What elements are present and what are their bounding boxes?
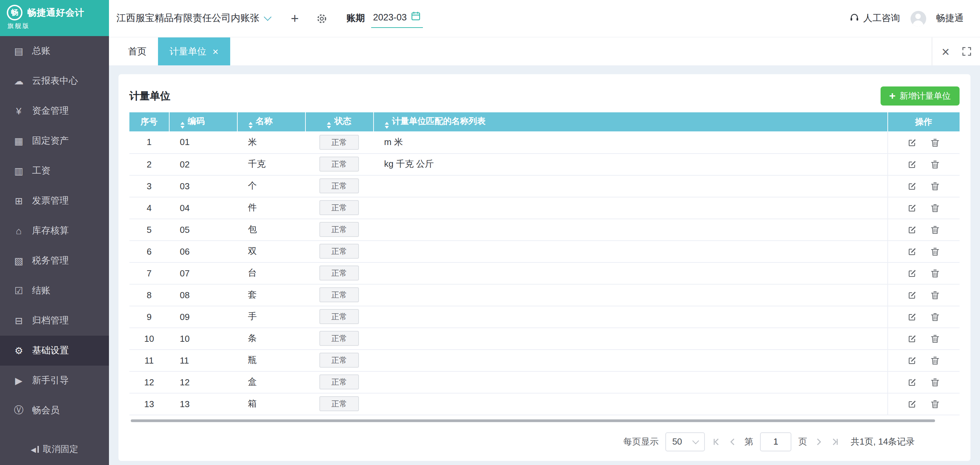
delete-icon[interactable] bbox=[930, 247, 940, 257]
add-unit-button[interactable]: + 新增计量单位 bbox=[880, 86, 959, 106]
close-tabs-icon[interactable]: × bbox=[935, 37, 956, 65]
edit-icon[interactable] bbox=[907, 378, 917, 387]
tab-bar: 首页 计量单位 × × bbox=[109, 37, 980, 65]
table-row: 5 05 包 正常 bbox=[129, 219, 959, 240]
tab-home[interactable]: 首页 bbox=[116, 37, 158, 65]
sidebar-item-fixed-assets[interactable]: ▦ 固定资产 bbox=[0, 126, 109, 156]
fullscreen-icon[interactable] bbox=[956, 37, 977, 65]
sidebar-item-general-ledger[interactable]: ▤ 总账 bbox=[0, 36, 109, 66]
period-selector[interactable]: 2023-03 bbox=[371, 9, 423, 28]
company-name: 江西服宝精品有限责任公司内账张 bbox=[116, 12, 259, 24]
edit-icon[interactable] bbox=[907, 291, 917, 300]
edit-icon[interactable] bbox=[907, 160, 917, 170]
column-header-no[interactable]: 序号 bbox=[129, 112, 169, 132]
manual-consult-button[interactable]: 人工咨询 bbox=[849, 12, 900, 24]
next-page-icon[interactable] bbox=[814, 437, 823, 446]
cell-actions bbox=[888, 153, 959, 175]
unpin-label: 取消固定 bbox=[43, 443, 78, 455]
edit-icon[interactable] bbox=[907, 269, 917, 278]
delete-icon[interactable] bbox=[930, 334, 940, 344]
column-header-code[interactable]: 编码 bbox=[169, 112, 237, 132]
table-body: 1 01 米 正常 m 米 2 02 千克 正常 kg 千克 公斤 bbox=[129, 132, 959, 414]
sidebar-item-basic-settings[interactable]: ⚙ 基础设置 bbox=[0, 336, 109, 366]
page-suffix: 页 bbox=[798, 435, 807, 448]
sort-icon[interactable] bbox=[385, 122, 388, 129]
accounting-period: 账期 2023-03 bbox=[346, 9, 423, 28]
edit-icon[interactable] bbox=[907, 334, 917, 344]
edit-icon[interactable] bbox=[907, 313, 917, 322]
delete-icon[interactable] bbox=[930, 356, 940, 366]
cloud-reports-icon: ☁ bbox=[13, 76, 24, 86]
cell-actions bbox=[888, 327, 959, 349]
edit-icon[interactable] bbox=[907, 138, 917, 148]
first-page-icon[interactable] bbox=[712, 437, 721, 446]
delete-icon[interactable] bbox=[930, 225, 940, 235]
cell-status: 正常 bbox=[305, 219, 373, 240]
settings-gear-icon[interactable] bbox=[316, 13, 327, 24]
period-value: 2023-03 bbox=[373, 12, 407, 22]
column-header-status[interactable]: 状态 bbox=[305, 112, 373, 132]
sidebar-item-funds[interactable]: ¥ 资金管理 bbox=[0, 96, 109, 126]
sort-icon[interactable] bbox=[327, 122, 331, 129]
edit-icon[interactable] bbox=[907, 182, 917, 191]
sidebar-item-invoices[interactable]: ⊞ 发票管理 bbox=[0, 186, 109, 216]
edit-icon[interactable] bbox=[907, 400, 917, 409]
delete-icon[interactable] bbox=[930, 138, 940, 148]
cell-actions bbox=[888, 175, 959, 197]
cell-no: 6 bbox=[129, 240, 169, 262]
edit-icon[interactable] bbox=[907, 356, 917, 366]
edit-icon[interactable] bbox=[907, 203, 917, 213]
column-header-name[interactable]: 名称 bbox=[237, 112, 305, 132]
cell-status: 正常 bbox=[305, 240, 373, 262]
delete-icon[interactable] bbox=[930, 378, 940, 387]
cell-status: 正常 bbox=[305, 371, 373, 393]
table-row: 11 11 瓶 正常 bbox=[129, 349, 959, 371]
delete-icon[interactable] bbox=[930, 291, 940, 300]
sidebar-item-inventory[interactable]: ⌂ 库存核算 bbox=[0, 216, 109, 246]
company-selector[interactable]: 江西服宝精品有限责任公司内账张 bbox=[116, 12, 270, 24]
calendar-icon bbox=[410, 11, 421, 24]
last-page-icon[interactable] bbox=[830, 437, 840, 446]
unpin-sidebar-button[interactable]: ◀ 取消固定 bbox=[0, 434, 109, 465]
status-badge: 正常 bbox=[320, 178, 359, 194]
horizontal-scrollbar[interactable] bbox=[131, 419, 935, 422]
sidebar-item-beginner-guide[interactable]: ▶ 新手引导 bbox=[0, 366, 109, 395]
sidebar-item-tax[interactable]: ▧ 税务管理 bbox=[0, 246, 109, 276]
sort-icon[interactable] bbox=[180, 122, 184, 129]
sidebar-item-archive[interactable]: ⊟ 归档管理 bbox=[0, 306, 109, 336]
cell-no: 12 bbox=[129, 371, 169, 393]
status-badge: 正常 bbox=[320, 135, 359, 150]
per-page-select[interactable]: 50 bbox=[665, 432, 705, 451]
delete-icon[interactable] bbox=[930, 269, 940, 278]
cell-code: 08 bbox=[169, 284, 237, 306]
column-header-actions[interactable]: 操作 bbox=[888, 112, 959, 132]
column-header-match[interactable]: 计量单位匹配的名称列表 bbox=[373, 112, 888, 132]
add-account-set-icon[interactable]: + bbox=[291, 11, 299, 25]
delete-icon[interactable] bbox=[930, 160, 940, 170]
sidebar-item-closing[interactable]: ☑ 结账 bbox=[0, 276, 109, 306]
edit-icon[interactable] bbox=[907, 225, 917, 235]
tab-measure-units[interactable]: 计量单位 × bbox=[158, 37, 230, 65]
sort-icon[interactable] bbox=[248, 122, 252, 129]
delete-icon[interactable] bbox=[930, 313, 940, 322]
page-input[interactable] bbox=[760, 432, 791, 451]
top-bar: 江西服宝精品有限责任公司内账张 + 账期 2023-03 bbox=[109, 0, 980, 37]
edit-icon[interactable] bbox=[907, 247, 917, 257]
delete-icon[interactable] bbox=[930, 400, 940, 409]
cell-actions bbox=[888, 219, 959, 240]
cell-code: 04 bbox=[169, 197, 237, 219]
user-name[interactable]: 畅捷通 bbox=[936, 12, 964, 24]
cell-no: 8 bbox=[129, 284, 169, 306]
sidebar-item-payroll[interactable]: ▥ 工资 bbox=[0, 156, 109, 186]
sidebar-item-membership[interactable]: Ⓥ 畅会员 bbox=[0, 395, 109, 425]
sidebar-item-cloud-reports[interactable]: ☁ 云报表中心 bbox=[0, 66, 109, 96]
membership-icon: Ⓥ bbox=[13, 405, 24, 417]
beginner-guide-icon: ▶ bbox=[13, 375, 24, 386]
tab-close-icon[interactable]: × bbox=[213, 46, 219, 57]
avatar[interactable] bbox=[910, 11, 926, 26]
delete-icon[interactable] bbox=[930, 203, 940, 213]
cell-match bbox=[373, 284, 888, 306]
prev-page-icon[interactable] bbox=[728, 437, 738, 446]
table-row: 8 08 套 正常 bbox=[129, 284, 959, 306]
delete-icon[interactable] bbox=[930, 182, 940, 191]
